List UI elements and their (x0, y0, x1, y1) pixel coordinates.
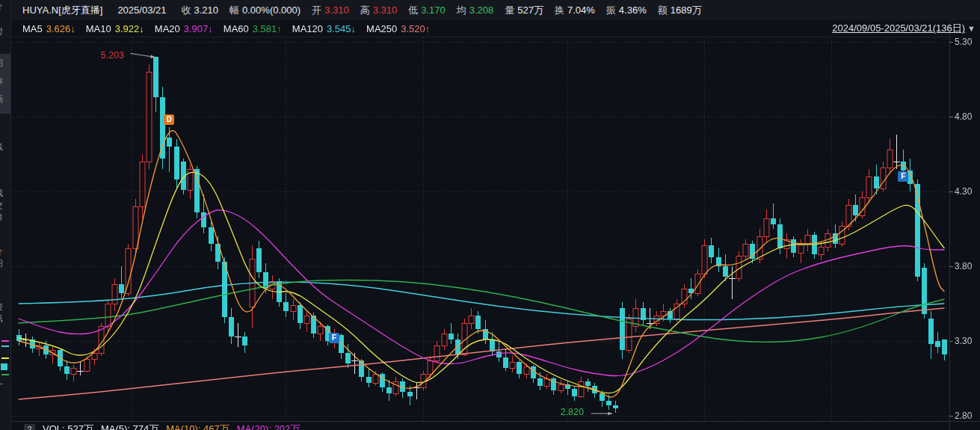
sidebar-mini-mark (1, 357, 9, 359)
sidebar-mini-mark (1, 345, 9, 347)
ma-legend-item-ma5: MA53.626↓ (22, 23, 75, 34)
price-axis-label: 5.30 (955, 37, 972, 47)
sidebar-glyph-fragment: 目 (0, 212, 10, 221)
price-annotation-label: 5.203 (101, 50, 124, 61)
quote-field-value: 7.04% (567, 4, 595, 16)
quote-field-value: 527万 (517, 4, 543, 16)
event-badge-f[interactable]: F (329, 333, 339, 343)
quote-field-value: 3.170 (421, 4, 446, 16)
quote-fields: 收3.210幅0.00%(0.000)开3.310高3.310低3.170均3.… (181, 4, 712, 17)
price-axis-label: 3.80 (955, 261, 972, 271)
quote-header-bar: HUYA.N[虎牙直播] 2025/03/21 收3.210幅0.00%(0.0… (10, 0, 980, 20)
pane-number-badge: 2 (24, 424, 35, 430)
ma-value: 3.545↓ (327, 23, 356, 34)
left-toolbar-strip[interactable]: 介时图标画线成交目介绍资讯十 (0, 0, 11, 430)
quote-field-value: 3.210 (194, 4, 218, 16)
volume-legend-item: MA(5): 774万 (101, 423, 158, 430)
ma-legend-bar: MA53.626↓MA103.922↓MA203.907↓MA603.581↑M… (10, 21, 950, 37)
volume-legend-fields: VOL: 527万MA(5): 774万MA(10): 467万MA(20): … (43, 423, 307, 430)
quote-field-label: 量 (505, 4, 514, 16)
quote-field-label: 均 (457, 4, 466, 16)
ma-legend-item-ma20: MA203.907↓ (155, 23, 213, 34)
volume-legend-item: VOL: 527万 (43, 423, 93, 430)
chevron-down-icon[interactable]: ▼ (967, 24, 976, 33)
ma-label: MA60 (224, 23, 249, 34)
quote-field-收: 收3.210 (181, 4, 218, 17)
date-range-label[interactable]: 2024/09/05-2025/03/21(136日) (832, 22, 965, 35)
quote-field-高: 高3.310 (360, 4, 398, 17)
price-axis-label: 2.80 (955, 411, 972, 421)
ma-legend-item-ma60: MA603.581↑ (224, 23, 282, 34)
quote-field-均: 均3.208 (457, 4, 494, 17)
quote-field-振: 振4.36% (606, 4, 647, 17)
quote-field-value: 3.310 (324, 4, 349, 16)
sidebar-glyph-fragment: 交 (0, 200, 10, 209)
quote-date: 2025/03/21 (117, 4, 166, 16)
quote-field-幅: 幅0.00%(0.000) (229, 4, 301, 17)
sidebar-glyph-fragment: 讯 (0, 314, 10, 323)
price-axis-label: 4.80 (955, 111, 972, 122)
sidebar-glyph-fragment: 十 (0, 380, 10, 389)
quote-field-value: 3.208 (469, 4, 494, 16)
quote-field-value: 4.36% (619, 4, 647, 16)
volume-legend-item: MA(10): 467万 (166, 423, 229, 430)
ma-value: 3.907↓ (184, 23, 213, 34)
price-annotation-label: 2.820 (561, 407, 584, 417)
ma-legend-item-ma10: MA103.922↓ (86, 23, 144, 34)
event-badge-f[interactable]: F (898, 171, 908, 182)
quote-field-label: 幅 (229, 4, 239, 16)
event-badge-d[interactable]: D (164, 114, 174, 125)
quote-field-label: 额 (658, 4, 668, 16)
sidebar-glyph-fragment: 介 (0, 1, 10, 10)
sidebar-glyph-fragment: 标 (0, 76, 10, 85)
ma-label: MA250 (366, 23, 397, 34)
sidebar-glyph-fragment: 绍 (0, 259, 10, 268)
sidebar-glyph-fragment: 时 (0, 27, 10, 36)
date-range-selector[interactable]: 2024/09/05-2025/03/21(136日) ▼ (832, 22, 976, 35)
quote-field-量: 量527万 (505, 4, 543, 17)
quote-field-label: 振 (606, 4, 616, 16)
ma-label: MA20 (155, 23, 180, 34)
sidebar-mini-square (1, 363, 7, 370)
ma-legend-item-ma250: MA2503.520↑ (366, 23, 430, 34)
sidebar-mini-mark (1, 340, 9, 342)
quote-field-value: 3.310 (373, 4, 398, 16)
price-axis-label: 4.30 (955, 186, 972, 197)
sidebar-glyph-fragment: 图 (0, 58, 10, 67)
quote-field-label: 开 (312, 4, 321, 16)
ma-label: MA120 (292, 23, 323, 34)
quote-field-label: 收 (181, 4, 191, 16)
quote-field-额: 额1689万 (658, 4, 702, 17)
symbol-title: HUYA.N[虎牙直播] (22, 4, 102, 17)
sidebar-glyph-fragment: 线 (0, 142, 10, 151)
ma-legend-item-ma120: MA1203.545↓ (292, 23, 356, 34)
candlestick-chart-canvas[interactable] (0, 0, 980, 430)
quote-field-低: 低3.170 (408, 4, 446, 17)
quote-field-开: 开3.310 (312, 4, 349, 17)
sidebar-glyph-fragment: 成 (0, 188, 10, 197)
ma-value: 3.922↓ (115, 23, 144, 34)
ma-value: 3.520↑ (401, 23, 430, 34)
ma-label: MA10 (86, 23, 111, 34)
sidebar-glyph-fragment: 资 (0, 302, 10, 311)
ma-value: 3.581↑ (253, 23, 282, 34)
quote-field-value: 0.00%(0.000) (242, 4, 301, 16)
ma-label: MA5 (22, 23, 43, 34)
price-axis-label: 3.30 (955, 336, 972, 346)
quote-field-label: 低 (408, 4, 418, 16)
volume-legend-item: MA(20): 202万 (237, 423, 301, 430)
sidebar-glyph-fragment: 介 (0, 247, 10, 256)
stock-chart-window: 介时图标画线成交目介绍资讯十 HUYA.N[虎牙直播] 2025/03/21 收… (0, 0, 980, 430)
quote-field-label: 高 (360, 4, 370, 16)
sidebar-glyph-fragment: 画 (0, 94, 10, 103)
ma-value: 3.626↓ (46, 23, 75, 34)
quote-field-value: 1689万 (671, 4, 702, 16)
quote-field-换: 换7.04% (555, 4, 595, 17)
quote-field-label: 换 (555, 4, 564, 16)
volume-pane-legend: 2 VOL: 527万MA(5): 774万MA(10): 467万MA(20)… (10, 422, 980, 430)
sidebar-mini-mark (1, 374, 9, 375)
